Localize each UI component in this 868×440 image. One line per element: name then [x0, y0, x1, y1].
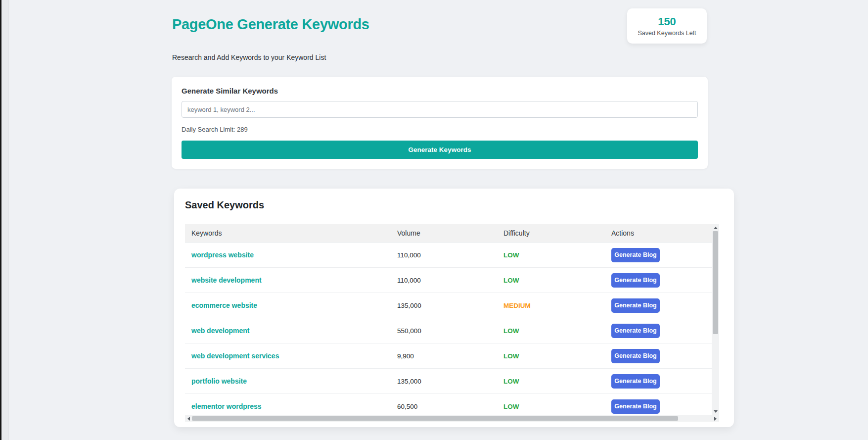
column-header-volume: Volume — [397, 229, 503, 237]
volume-cell: 135,000 — [397, 378, 503, 385]
actions-cell: Generate Blog — [611, 349, 712, 363]
generate-keywords-card: Generate Similar Keywords Daily Search L… — [172, 77, 708, 169]
page-subtitle: Research and Add Keywords to your Keywor… — [172, 53, 326, 61]
column-header-difficulty: Difficulty — [503, 229, 611, 237]
volume-cell: 135,000 — [397, 302, 503, 309]
actions-cell: Generate Blog — [611, 298, 712, 313]
horizontal-scrollbar-thumb[interactable] — [192, 416, 678, 421]
difficulty-cell: LOW — [503, 378, 611, 385]
app-root: { "page": { "title": "PageOne Generate K… — [0, 0, 868, 440]
generator-heading: Generate Similar Keywords — [182, 87, 698, 95]
arrow-left-icon — [187, 417, 190, 421]
arrow-down-icon — [714, 410, 718, 413]
keyword-link[interactable]: website development — [191, 276, 397, 284]
keyword-link[interactable]: portfolio website — [191, 377, 397, 385]
generate-blog-button[interactable]: Generate Blog — [611, 374, 660, 389]
saved-keywords-left-card: 150 Saved Keywords Left — [627, 8, 707, 44]
column-header-keywords: Keywords — [191, 229, 397, 237]
difficulty-cell: LOW — [503, 352, 611, 360]
table-row: web development services 9,900 LOW Gener… — [185, 343, 712, 369]
horizontal-scrollbar[interactable] — [185, 415, 719, 422]
table-header-row: Keywords Volume Difficulty Actions — [185, 224, 712, 243]
table-row: website development 110,000 LOW Generate… — [185, 268, 712, 293]
saved-keywords-card: Saved Keywords Keywords Volume Difficult… — [174, 189, 734, 427]
difficulty-cell: LOW — [503, 251, 611, 259]
scroll-left-button[interactable] — [185, 415, 192, 422]
scroll-up-button[interactable] — [712, 225, 719, 231]
generate-blog-button[interactable]: Generate Blog — [611, 273, 660, 288]
arrow-up-icon — [714, 227, 718, 229]
arrow-right-icon — [714, 417, 717, 421]
generate-blog-button[interactable]: Generate Blog — [611, 298, 660, 313]
keyword-table-body: wordpress website 110,000 LOW Generate B… — [185, 243, 712, 415]
difficulty-cell: LOW — [503, 327, 611, 335]
page-title: PageOne Generate Keywords — [172, 16, 369, 33]
actions-cell: Generate Blog — [611, 248, 712, 262]
daily-search-limit: Daily Search Limit: 289 — [182, 126, 698, 133]
keyword-link[interactable]: web development services — [191, 352, 397, 360]
volume-cell: 9,900 — [397, 352, 503, 360]
actions-cell: Generate Blog — [611, 273, 712, 288]
actions-cell: Generate Blog — [611, 399, 712, 414]
keyword-link[interactable]: wordpress website — [191, 251, 397, 259]
generate-keywords-button[interactable]: Generate Keywords — [182, 141, 698, 159]
scroll-down-button[interactable] — [712, 408, 719, 415]
volume-cell: 110,000 — [397, 251, 503, 259]
table-row: ecommerce website 135,000 MEDIUM Generat… — [185, 293, 712, 318]
scroll-right-button[interactable] — [712, 415, 719, 422]
difficulty-cell: LOW — [503, 403, 611, 410]
vertical-scrollbar-thumb[interactable] — [713, 231, 718, 334]
actions-cell: Generate Blog — [611, 374, 712, 389]
keyword-table-viewport: Keywords Volume Difficulty Actions wordp… — [185, 224, 712, 415]
vertical-scrollbar[interactable] — [712, 224, 719, 415]
keyword-link[interactable]: web development — [191, 327, 397, 335]
table-row: portfolio website 135,000 LOW Generate B… — [185, 369, 712, 394]
generate-blog-button[interactable]: Generate Blog — [611, 324, 660, 338]
table-row: web development 550,000 LOW Generate Blo… — [185, 318, 712, 343]
actions-cell: Generate Blog — [611, 324, 712, 338]
left-gutter — [1, 0, 9, 440]
volume-cell: 110,000 — [397, 277, 503, 284]
table-row: elementor wordpress 60,500 LOW Generate … — [185, 394, 712, 415]
saved-keywords-heading: Saved Keywords — [185, 199, 264, 211]
generate-blog-button[interactable]: Generate Blog — [611, 399, 660, 414]
keyword-link[interactable]: ecommerce website — [191, 301, 397, 309]
difficulty-cell: LOW — [503, 277, 611, 284]
column-header-actions: Actions — [611, 229, 712, 237]
keyword-table: Keywords Volume Difficulty Actions wordp… — [185, 224, 719, 422]
generate-blog-button[interactable]: Generate Blog — [611, 248, 660, 262]
generate-blog-button[interactable]: Generate Blog — [611, 349, 660, 363]
volume-cell: 60,500 — [397, 403, 503, 410]
saved-keywords-left-label: Saved Keywords Left — [638, 30, 696, 37]
difficulty-cell: MEDIUM — [503, 302, 611, 309]
keyword-link[interactable]: elementor wordpress — [191, 402, 397, 410]
volume-cell: 550,000 — [397, 327, 503, 335]
table-row: wordpress website 110,000 LOW Generate B… — [185, 243, 712, 268]
keywords-input[interactable] — [182, 101, 698, 118]
saved-keywords-left-count: 150 — [658, 15, 676, 28]
